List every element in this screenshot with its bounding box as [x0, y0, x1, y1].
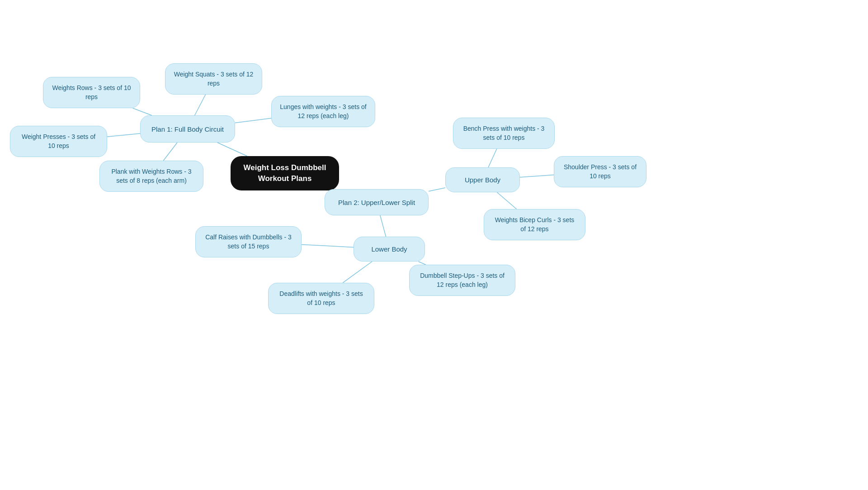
- shoulder-press-node: Shoulder Press - 3 sets of 10 reps: [554, 156, 646, 187]
- svg-line-13: [418, 262, 425, 265]
- bicep-curls-label: Weights Bicep Curls - 3 sets of 12 reps: [492, 216, 577, 233]
- bench-press-node: Bench Press with weights - 3 sets of 10 …: [453, 118, 555, 149]
- plank-node: Plank with Weights Rows - 3 sets of 8 re…: [99, 161, 203, 192]
- svg-line-4: [107, 133, 140, 137]
- upper-body-label: Upper Body: [465, 175, 500, 185]
- plank-label: Plank with Weights Rows - 3 sets of 8 re…: [108, 167, 195, 185]
- svg-line-0: [217, 143, 247, 156]
- svg-line-7: [429, 188, 445, 191]
- svg-line-9: [488, 149, 497, 167]
- dumbbell-stepups-node: Dumbbell Step-Ups - 3 sets of 12 reps (e…: [409, 265, 515, 296]
- bench-press-label: Bench Press with weights - 3 sets of 10 …: [462, 124, 546, 142]
- bicep-curls-node: Weights Bicep Curls - 3 sets of 12 reps: [484, 209, 585, 240]
- upper-body-node: Upper Body: [445, 167, 520, 192]
- plan2-node: Plan 2: Upper/Lower Split: [325, 189, 429, 215]
- plan1-label: Plan 1: Full Body Circuit: [151, 124, 224, 134]
- weights-rows-node: Weights Rows - 3 sets of 10 reps: [43, 77, 140, 108]
- shoulder-press-label: Shoulder Press - 3 sets of 10 reps: [562, 163, 638, 181]
- svg-line-8: [380, 215, 386, 237]
- weight-presses-node: Weight Presses - 3 sets of 10 reps: [10, 126, 107, 157]
- plan2-label: Plan 2: Upper/Lower Split: [338, 198, 415, 207]
- plan1-node: Plan 1: Full Body Circuit: [140, 115, 235, 143]
- lower-body-label: Lower Body: [371, 244, 407, 254]
- weights-rows-label: Weights Rows - 3 sets of 10 reps: [52, 84, 132, 101]
- weight-presses-label: Weight Presses - 3 sets of 10 reps: [19, 133, 99, 150]
- dumbbell-stepups-label: Dumbbell Step-Ups - 3 sets of 12 reps (e…: [418, 271, 507, 289]
- calf-raises-node: Calf Raises with Dumbbells - 3 sets of 1…: [195, 226, 302, 257]
- deadlifts-node: Deadlifts with weights - 3 sets of 10 re…: [268, 283, 374, 314]
- mind-map: Weight Loss Dumbbell Workout Plans Plan …: [0, 0, 868, 490]
- svg-line-10: [520, 175, 554, 177]
- lower-body-node: Lower Body: [354, 237, 425, 262]
- svg-line-12: [302, 245, 354, 247]
- svg-line-5: [235, 118, 271, 123]
- center-node: Weight Loss Dumbbell Workout Plans: [231, 156, 339, 190]
- svg-line-6: [163, 143, 177, 161]
- lunges-label: Lunges with weights - 3 sets of 12 reps …: [280, 103, 367, 120]
- lunges-node: Lunges with weights - 3 sets of 12 reps …: [271, 96, 375, 127]
- svg-line-14: [343, 262, 372, 283]
- center-label: Weight Loss Dumbbell Workout Plans: [239, 162, 331, 184]
- svg-line-11: [497, 192, 516, 209]
- svg-line-3: [133, 108, 152, 115]
- deadlifts-label: Deadlifts with weights - 3 sets of 10 re…: [277, 290, 366, 307]
- connection-lines: [0, 0, 868, 490]
- svg-line-2: [195, 95, 206, 115]
- weight-squats-label: Weight Squats - 3 sets of 12 reps: [174, 70, 254, 88]
- calf-raises-label: Calf Raises with Dumbbells - 3 sets of 1…: [204, 233, 293, 251]
- weight-squats-node: Weight Squats - 3 sets of 12 reps: [165, 63, 262, 95]
